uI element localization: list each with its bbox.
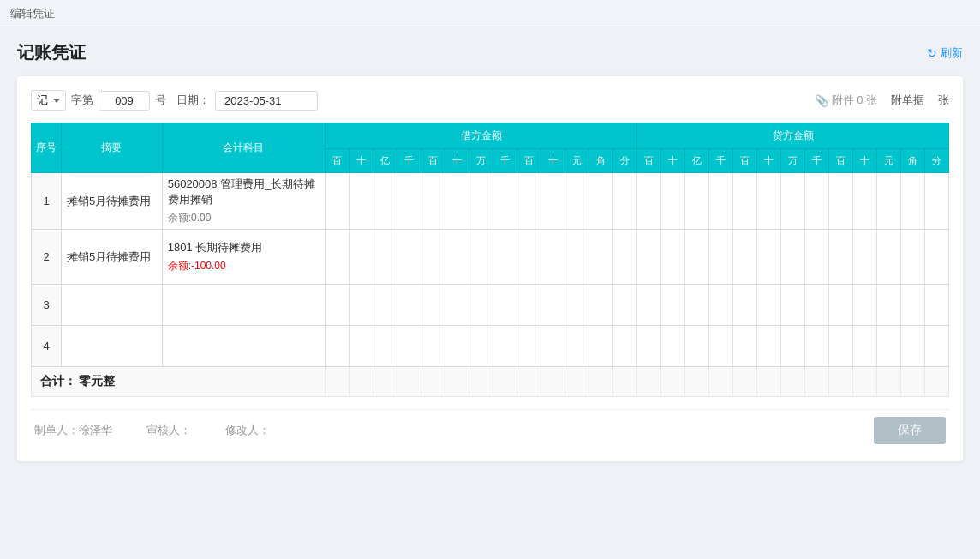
ji-select[interactable]: 记 [31,90,66,111]
debit-digit-8[interactable] [493,173,517,230]
credit-digit-13[interactable] [925,173,949,230]
credit-digit-6[interactable] [757,326,781,367]
debit-digit-12[interactable] [589,173,613,230]
credit-digit-9[interactable] [829,326,853,367]
credit-digit-10[interactable] [853,285,877,326]
debit-digit-3[interactable] [373,230,397,285]
debit-digit-5[interactable] [421,326,445,367]
debit-digit-11[interactable] [565,326,589,367]
debit-digit-9[interactable] [517,285,541,326]
credit-digit-10[interactable] [853,326,877,367]
account-cell[interactable] [162,285,325,326]
debit-digit-9[interactable] [517,230,541,285]
credit-digit-12[interactable] [901,326,925,367]
debit-digit-8[interactable] [493,230,517,285]
debit-digit-13[interactable] [613,285,637,326]
credit-digit-5[interactable] [733,230,757,285]
debit-digit-7[interactable] [469,285,493,326]
summary-cell[interactable]: 摊销5月待摊费用 [62,173,163,230]
credit-digit-6[interactable] [757,173,781,230]
credit-digit-5[interactable] [733,326,757,367]
debit-digit-7[interactable] [469,230,493,285]
debit-digit-3[interactable] [373,326,397,367]
debit-digit-1[interactable] [326,285,350,326]
credit-digit-13[interactable] [925,326,949,367]
debit-digit-9[interactable] [517,173,541,230]
debit-digit-6[interactable] [445,173,469,230]
debit-digit-7[interactable] [469,326,493,367]
summary-cell[interactable] [62,326,163,367]
refresh-button[interactable]: ↻ 刷新 [927,45,963,61]
credit-digit-12[interactable] [901,230,925,285]
debit-digit-13[interactable] [613,173,637,230]
credit-digit-3[interactable] [685,173,709,230]
debit-digit-4[interactable] [397,230,421,285]
credit-digit-4[interactable] [709,285,733,326]
debit-digit-12[interactable] [589,326,613,367]
debit-digit-10[interactable] [541,230,565,285]
debit-digit-9[interactable] [517,326,541,367]
debit-digit-13[interactable] [613,230,637,285]
credit-digit-4[interactable] [709,173,733,230]
credit-digit-11[interactable] [877,326,901,367]
account-cell[interactable]: 1801 长期待摊费用余额:-100.00 [162,230,325,285]
credit-digit-1[interactable] [637,173,661,230]
debit-digit-13[interactable] [613,326,637,367]
debit-digit-7[interactable] [469,173,493,230]
debit-digit-5[interactable] [421,230,445,285]
credit-digit-5[interactable] [733,285,757,326]
credit-digit-1[interactable] [637,285,661,326]
credit-digit-6[interactable] [757,230,781,285]
debit-digit-6[interactable] [445,230,469,285]
credit-digit-3[interactable] [685,285,709,326]
debit-digit-11[interactable] [565,285,589,326]
debit-digit-12[interactable] [589,230,613,285]
debit-digit-5[interactable] [421,285,445,326]
debit-digit-4[interactable] [397,285,421,326]
debit-digit-2[interactable] [350,230,373,285]
credit-digit-12[interactable] [901,173,925,230]
credit-digit-8[interactable] [805,285,829,326]
zi-input[interactable] [99,91,150,111]
debit-digit-11[interactable] [565,173,589,230]
date-input[interactable] [215,91,318,111]
credit-digit-11[interactable] [877,173,901,230]
credit-digit-8[interactable] [805,173,829,230]
credit-digit-7[interactable] [781,326,805,367]
credit-digit-2[interactable] [661,285,685,326]
credit-digit-9[interactable] [829,285,853,326]
debit-digit-1[interactable] [326,326,350,367]
debit-digit-8[interactable] [493,326,517,367]
account-cell[interactable] [162,326,325,367]
credit-digit-4[interactable] [709,230,733,285]
debit-digit-1[interactable] [326,230,350,285]
debit-digit-1[interactable] [326,173,350,230]
save-button[interactable]: 保存 [874,417,946,444]
credit-digit-9[interactable] [829,173,853,230]
debit-digit-4[interactable] [397,173,421,230]
debit-digit-10[interactable] [541,285,565,326]
credit-digit-2[interactable] [661,173,685,230]
credit-digit-5[interactable] [733,173,757,230]
debit-digit-10[interactable] [541,326,565,367]
debit-digit-2[interactable] [350,326,373,367]
debit-digit-6[interactable] [445,326,469,367]
credit-digit-11[interactable] [877,285,901,326]
credit-digit-1[interactable] [637,326,661,367]
debit-digit-2[interactable] [350,285,373,326]
credit-digit-4[interactable] [709,326,733,367]
credit-digit-8[interactable] [805,326,829,367]
debit-digit-4[interactable] [397,326,421,367]
debit-digit-11[interactable] [565,230,589,285]
debit-digit-12[interactable] [589,285,613,326]
credit-digit-12[interactable] [901,285,925,326]
account-cell[interactable]: 56020008 管理费用_长期待摊费用摊销余额:0.00 [162,173,325,230]
debit-digit-2[interactable] [350,173,373,230]
summary-cell[interactable]: 摊销5月待摊费用 [62,230,163,285]
credit-digit-13[interactable] [925,230,949,285]
credit-digit-10[interactable] [853,230,877,285]
credit-digit-11[interactable] [877,230,901,285]
debit-digit-3[interactable] [373,285,397,326]
summary-cell[interactable] [62,285,163,326]
fudanju-link[interactable]: 附单据 [891,93,924,108]
